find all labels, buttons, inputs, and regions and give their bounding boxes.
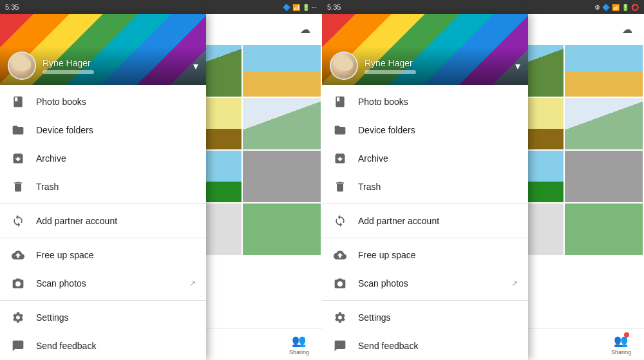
right-menu-item-trash[interactable]: Trash [322,173,528,201]
sharing-icon: 👥 [292,334,306,347]
right-avatar-image [331,53,357,79]
right-device-folders-icon [332,122,348,138]
left-trash-icon [10,179,26,194]
bluetooth-icon: 🔷 [283,4,290,11]
right-user-email-bar [365,70,416,74]
right-user-name: Ryne Hager [365,58,416,68]
right-avatar[interactable] [330,52,358,80]
right-divider-2 [322,238,528,238]
right-divider-1 [322,204,528,204]
right-menu-item-device-folders[interactable]: Device folders [322,116,528,144]
right-photo-books-label: Photo books [358,97,518,107]
left-dropdown-arrow-icon[interactable]: ▾ [193,60,198,72]
right-scan-photos-icon [332,276,348,291]
left-menu-item-add-partner[interactable]: Add partner account [0,207,206,235]
right-device-folders-label: Device folders [358,125,518,135]
left-drawer-menu: Photo books Device folders Archive Trash [0,85,206,360]
left-drawer-header: Ryne Hager ▾ [0,14,206,85]
left-sharing-nav-item[interactable]: 👥 Sharing [289,334,309,355]
left-menu-item-send-feedback[interactable]: Send feedback [0,332,206,360]
right-free-up-space-icon [332,247,348,263]
left-menu-item-photo-books[interactable]: Photo books [0,88,206,116]
right-archive-label: Archive [358,153,518,164]
right-archive-icon [332,151,348,166]
right-menu-item-free-up-space[interactable]: Free up space [322,241,528,269]
left-add-partner-label: Add partner account [36,216,196,226]
right-dropdown-arrow-icon[interactable]: ▾ [515,60,520,72]
right-menu-item-scan-photos[interactable]: Scan photos ↗ [322,269,528,298]
left-scan-external-icon: ↗ [189,279,196,288]
left-status-icons: 🔷 📶 🔋 ··· [283,4,317,11]
left-user-name: Ryne Hager [43,58,94,68]
right-add-partner-icon [332,213,348,229]
left-user-info: Ryne Hager ▾ [8,52,198,80]
right-drawer-header: Ryne Hager ▾ [322,14,528,85]
right-menu-item-send-feedback[interactable]: Send feedback [322,332,528,360]
right-feedback-icon [332,338,348,354]
left-add-partner-icon [10,213,26,229]
right-sharing-label: Sharing [611,349,631,355]
more-icon: ··· [312,4,317,11]
left-photo-books-icon [10,94,26,109]
photo-cell [243,98,321,149]
right-user-info: Ryne Hager ▾ [330,52,520,80]
left-divider-1 [0,204,206,204]
right-add-partner-label: Add partner account [358,216,518,226]
right-battery-icon: 🔋 [621,4,629,11]
right-circle-icon: ⭕ [631,4,639,11]
right-sharing-nav-item[interactable]: 👥 Sharing [611,334,631,355]
left-menu-item-settings[interactable]: Settings [0,303,206,332]
left-trash-label: Trash [36,182,196,192]
left-user-email-bar [43,70,94,74]
left-free-up-space-icon [10,247,26,263]
left-cloud-icon[interactable]: ☁ [296,20,314,38]
photo-cell [243,204,321,255]
right-cloud-icon[interactable]: ☁ [618,20,636,38]
right-menu-item-settings[interactable]: Settings [322,303,528,332]
right-status-icons: ⚙ 🔷 📶 🔋 ⭕ [594,4,639,11]
right-trash-icon [332,179,348,194]
right-menu-item-add-partner[interactable]: Add partner account [322,207,528,235]
right-user-details: Ryne Hager [365,58,416,74]
right-scan-external-icon: ↗ [511,279,518,288]
photo-cell-r9 [565,151,643,202]
right-notification-dot [624,332,629,337]
wifi-icon: 📶 [292,4,300,11]
left-avatar[interactable] [8,52,36,80]
right-menu-item-archive[interactable]: Archive [322,144,528,173]
left-photo-books-label: Photo books [36,97,196,107]
right-drawer-menu: Photo books Device folders Archive Trash [322,85,528,360]
left-feedback-icon [10,338,26,354]
left-settings-label: Settings [36,312,196,323]
left-archive-label: Archive [36,153,196,164]
right-status-bar: 5:35 ⚙ 🔷 📶 🔋 ⭕ [322,0,644,14]
photo-cell-r12 [565,204,643,255]
right-wifi-icon: 📶 [612,4,620,11]
left-user-details: Ryne Hager [43,58,94,74]
left-device-folders-icon [10,122,26,138]
left-feedback-label: Send feedback [36,341,196,351]
left-free-up-space-label: Free up space [36,250,196,260]
photo-cell [243,151,321,202]
left-menu-item-archive[interactable]: Archive [0,144,206,173]
right-menu-item-photo-books[interactable]: Photo books [322,88,528,116]
left-scan-photos-icon [10,276,26,291]
right-settings-icon [332,310,348,325]
left-menu-item-free-up-space[interactable]: Free up space [0,241,206,269]
left-archive-icon [10,151,26,166]
left-phone-panel: 5:35 🔷 📶 🔋 ··· ☁ document text... conten… [0,0,322,360]
right-bluetooth-icon: 🔷 [602,4,610,11]
left-settings-icon [10,310,26,325]
battery-icon: 🔋 [302,4,310,11]
right-trash-label: Trash [358,182,518,192]
left-menu-item-scan-photos[interactable]: Scan photos ↗ [0,269,206,298]
left-menu-item-trash[interactable]: Trash [0,173,206,201]
right-settings-label: Settings [358,312,518,323]
right-phone-panel: 5:35 ⚙ 🔷 📶 🔋 ⭕ ☁ document... content... [322,0,644,360]
left-scan-photos-label: Scan photos [36,278,179,289]
left-status-bar: 5:35 🔷 📶 🔋 ··· [0,0,322,14]
left-menu-item-device-folders[interactable]: Device folders [0,116,206,144]
photo-cell [243,45,321,97]
photo-cell-r3 [565,45,643,97]
left-avatar-image [9,53,35,79]
